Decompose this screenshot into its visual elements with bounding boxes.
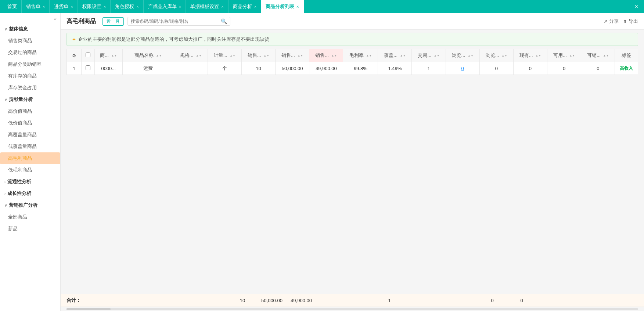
info-message: 企业的主要的利润都是这部分商品创造的，可考虑加大推广，同时关注库存是不要出现缺货	[78, 36, 269, 43]
sidebar-item-new-goods[interactable]: 新品	[0, 223, 60, 235]
sidebar-item-high-margin[interactable]: 高毛利商品	[0, 152, 60, 164]
col-available[interactable]: 可用... ▲▼	[547, 49, 581, 62]
sort-icon-view2: ▲▼	[501, 54, 507, 57]
cell-spec	[174, 62, 208, 75]
cell-checkbox[interactable]	[82, 62, 95, 75]
scrollbar-track	[66, 308, 638, 310]
summary-sales-amount: 50,000.00	[257, 298, 287, 303]
col-spec[interactable]: 规格... ▲▼	[174, 49, 208, 62]
period-filter-button[interactable]: 近一月	[102, 17, 124, 26]
nav-close-product-inbound[interactable]: ×	[179, 4, 181, 9]
row-checkbox[interactable]	[86, 65, 90, 70]
sidebar-group-liquidity[interactable]: › 流通性分析	[0, 176, 60, 188]
sort-icon-code: ▲▼	[111, 54, 117, 57]
sidebar-item-low-value[interactable]: 低价值商品	[0, 117, 60, 129]
share-button[interactable]: ↗ 分享	[604, 18, 619, 25]
cell-unit: 个	[208, 62, 241, 75]
close-all-tabs-button[interactable]: ×	[632, 3, 641, 10]
cell-current-stock: 0	[513, 62, 547, 75]
sidebar-item-low-margin[interactable]: 低毛利商品	[0, 164, 60, 176]
col-checkbox[interactable]	[82, 49, 95, 62]
page-title: 高毛利商品	[66, 18, 96, 25]
nav-sales-order[interactable]: 销售单 ×	[22, 0, 50, 13]
export-button[interactable]: ⬆ 导出	[623, 18, 638, 25]
col-name[interactable]: 商品名称 ▲▼	[122, 49, 174, 62]
sort-icon-view1: ▲▼	[468, 54, 474, 57]
nav-template-settings[interactable]: 单据模板设置 ×	[186, 0, 228, 13]
cell-sales-qty: 10	[241, 62, 275, 75]
search-box: 🔍	[127, 17, 230, 26]
sidebar-item-in-stock-goods[interactable]: 有库存的商品	[0, 70, 60, 82]
col-current-stock[interactable]: 现有... ▲▼	[513, 49, 547, 62]
cell-view1[interactable]: 0	[446, 62, 479, 75]
nav-home[interactable]: 首页	[3, 0, 22, 13]
nav-close-permission[interactable]: ×	[104, 4, 106, 9]
sidebar-group-overall[interactable]: ∨ 整体信息	[0, 23, 60, 35]
summary-available: 0	[507, 298, 536, 303]
sidebar-item-stock-fund-occupation[interactable]: 库存资金占用	[0, 82, 60, 94]
main-layout: « ∨ 整体信息 销售类商品 交易过的商品 商品分类助销率 有库存的商品 库存资…	[0, 13, 644, 311]
chevron-down-icon-3: ∨	[4, 203, 7, 207]
search-input[interactable]	[131, 19, 221, 24]
col-view2[interactable]: 浏览... ▲▼	[479, 49, 513, 62]
nav-product-analysis[interactable]: 商品分析 ×	[229, 0, 261, 13]
table-row: 1 0000... 运费 个 10 50,000.00 49,900.00 99…	[67, 62, 638, 75]
table-container[interactable]: ⚙ 商... ▲▼ 商品名称 ▲▼	[61, 49, 644, 294]
bottom-scrollbar[interactable]	[61, 307, 644, 311]
col-sales-profit[interactable]: 销售... ▲▼	[309, 49, 343, 62]
sort-icon-sales-amount: ▲▼	[297, 54, 303, 57]
nav-product-inbound[interactable]: 产成品入库单 ×	[144, 0, 186, 13]
nav-close-template[interactable]: ×	[221, 4, 223, 9]
col-trade[interactable]: 交易... ▲▼	[412, 49, 446, 62]
col-sales-qty[interactable]: 销售... ▲▼	[241, 49, 275, 62]
col-saleable[interactable]: 可销... ▲▼	[581, 49, 615, 62]
nav-close-product-analysis-list[interactable]: ×	[296, 4, 299, 9]
col-coverage[interactable]: 覆盖... ▲▼	[378, 49, 412, 62]
cell-sales-profit: 49,900.00	[309, 62, 343, 75]
table-header-row: ⚙ 商... ▲▼ 商品名称 ▲▼	[67, 49, 638, 62]
cell-view2: 0	[479, 62, 513, 75]
sidebar-item-low-coverage[interactable]: 低覆盖量商品	[0, 141, 60, 152]
nav-close-role-auth[interactable]: ×	[136, 4, 138, 9]
select-all-checkbox[interactable]	[86, 53, 90, 57]
nav-close-product-analysis[interactable]: ×	[254, 4, 256, 9]
col-settings[interactable]: ⚙	[67, 49, 82, 62]
sidebar-item-high-coverage[interactable]: 高覆盖量商品	[0, 129, 60, 141]
sidebar-group-contribution[interactable]: ∨ 贡献量分析	[0, 94, 60, 105]
nav-role-auth[interactable]: 角色授权 ×	[111, 0, 143, 13]
sidebar-item-all-goods[interactable]: 全部商品	[0, 211, 60, 223]
col-unit[interactable]: 计量... ▲▼	[208, 49, 241, 62]
summary-cells: 10 50,000.00 49,900.00 1 0 0	[88, 298, 638, 303]
col-sales-amount[interactable]: 销售... ▲▼	[276, 49, 309, 62]
sort-icon-trade: ▲▼	[434, 54, 440, 57]
nav-product-analysis-list[interactable]: 商品分析列表 ×	[261, 0, 303, 13]
nav-close-sales-order[interactable]: ×	[43, 4, 45, 9]
cell-index: 1	[67, 62, 82, 75]
chevron-right-icon: ›	[4, 180, 6, 184]
sidebar-item-high-value[interactable]: 高价值商品	[0, 105, 60, 117]
footer-summary: 合计： 10 50,000.00 49,900.00 1 0 0	[61, 294, 644, 307]
col-code[interactable]: 商... ▲▼	[95, 49, 123, 62]
chevron-down-icon: ∨	[4, 27, 7, 31]
sidebar-item-category-sales-rate[interactable]: 商品分类助销率	[0, 58, 60, 70]
search-icon[interactable]: 🔍	[221, 18, 227, 24]
sidebar-collapse-button[interactable]: «	[0, 13, 60, 23]
nav-permission-settings[interactable]: 权限设置 ×	[78, 0, 111, 13]
sidebar-group-growth[interactable]: › 成长性分析	[0, 188, 60, 199]
summary-sales-profit: 49,900.00	[287, 298, 316, 303]
sort-icon-saleable: ▲▼	[603, 54, 609, 57]
nav-purchase-order[interactable]: 进货单 ×	[50, 0, 78, 13]
sidebar-item-traded-goods[interactable]: 交易过的商品	[0, 47, 60, 58]
nav-close-purchase-order[interactable]: ×	[71, 4, 73, 9]
cell-available: 0	[547, 62, 581, 75]
sort-icon-sales-qty: ▲▼	[263, 54, 269, 57]
sidebar-group-marketing[interactable]: ∨ 营销推广分析	[0, 199, 60, 211]
col-view1[interactable]: 浏览... ▲▼	[446, 49, 479, 62]
export-icon: ⬆	[623, 19, 627, 24]
col-tag[interactable]: 标签	[615, 49, 638, 62]
sort-icon-current-stock: ▲▼	[535, 54, 541, 57]
col-gross-margin[interactable]: 毛利率 ▲▼	[343, 49, 378, 62]
scrollbar-thumb[interactable]	[66, 308, 111, 310]
sidebar-item-sales-goods[interactable]: 销售类商品	[0, 35, 60, 47]
summary-trade: 1	[375, 298, 404, 303]
